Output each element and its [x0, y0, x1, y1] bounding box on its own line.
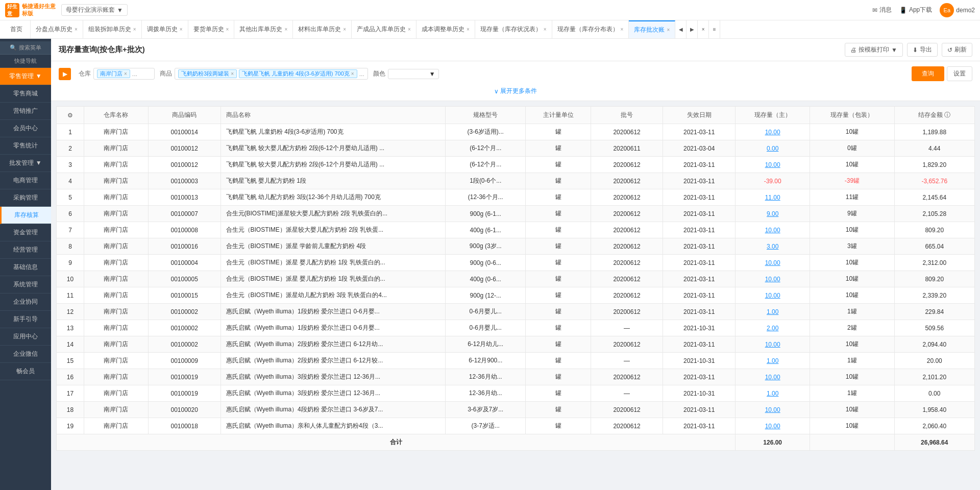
product-tag-2[interactable]: 飞鹤星飞帆 儿童奶粉 4段(3-6岁适用) 700克 × — [239, 69, 357, 78]
tab-chengBen[interactable]: 成本调整单历史 × — [416, 20, 475, 39]
close-tab-chengBen-icon[interactable]: × — [467, 27, 470, 32]
tab-fenPan[interactable]: 分盘点单历史 × — [31, 20, 83, 39]
tab-caiLiao[interactable]: 材料出库单历史 × — [293, 20, 352, 39]
sidebar-item-basic-info[interactable]: 基础信息 — [0, 259, 51, 276]
row-idx: 16 — [57, 369, 84, 385]
sidebar-item-retail-mgmt[interactable]: 零售管理 ▼ — [0, 68, 51, 85]
template-print-btn[interactable]: 🖨 按模板打印 ▼ — [845, 43, 903, 57]
row-warehouse: 南岸门店 — [84, 320, 149, 336]
sidebar-item-new-guide[interactable]: 新手引导 — [0, 311, 51, 328]
tab-kuCunPi[interactable]: 库存批次账 × — [629, 20, 675, 39]
row-qty-main[interactable]: 10.00 — [736, 369, 810, 385]
search-btn[interactable]: 查询 — [912, 66, 944, 81]
col-settings[interactable]: ⚙ — [57, 107, 84, 124]
app-download-btn[interactable]: 📱 App下载 — [899, 6, 932, 14]
row-qty-main[interactable]: 10.00 — [736, 157, 810, 173]
close-tab-xianCunFen-icon[interactable]: × — [621, 27, 624, 32]
tab-close-btn[interactable]: × — [698, 20, 709, 39]
close-tab-fenPan-icon[interactable]: × — [75, 27, 78, 32]
sidebar-item-retail-stats[interactable]: 零售统计 — [0, 137, 51, 155]
row-qty-main[interactable]: 10.00 — [736, 418, 810, 434]
sidebar-item-app-center[interactable]: 应用中心 — [0, 328, 51, 346]
tab-zuZhaiChai[interactable]: 组装拆卸单历史 × — [83, 20, 142, 39]
close-tab-tiaoZhu-icon[interactable]: × — [180, 27, 183, 32]
export-btn[interactable]: ⬇ 导出 — [907, 43, 938, 57]
sidebar-item-system[interactable]: 系统管理 — [0, 276, 51, 293]
row-qty-main[interactable]: 0.00 — [736, 140, 810, 157]
sidebar-item-operations[interactable]: 经营管理 — [0, 241, 51, 259]
warehouse-tag-group[interactable]: 南岸门店 × ... — [93, 68, 155, 80]
remove-warehouse-tag-icon[interactable]: × — [124, 71, 127, 77]
row-balance: 509.56 — [894, 320, 974, 336]
row-unit: 罐 — [526, 157, 591, 173]
row-qty-main[interactable]: -39.00 — [736, 173, 810, 189]
close-tab-kuCunPi-icon[interactable]: × — [667, 27, 670, 33]
tab-menu-btn[interactable]: ≡ — [709, 20, 720, 39]
row-qty-main[interactable]: 11.00 — [736, 189, 810, 206]
row-qty-main[interactable]: 10.00 — [736, 124, 810, 140]
company-select[interactable]: 母婴行业演示账套 ▼ — [61, 4, 128, 16]
row-qty-main[interactable]: 10.00 — [736, 255, 810, 271]
tab-xianCunZhuang[interactable]: 现存量（库存状况表） × — [475, 20, 552, 39]
color-tag-group[interactable]: ▼ — [388, 69, 439, 79]
tab-xianCunFen[interactable]: 现存量（库存分布表） × — [552, 20, 629, 39]
row-qty-main[interactable]: 10.00 — [736, 222, 810, 238]
messages-btn[interactable]: ✉ 消息 — [872, 6, 892, 14]
sidebar-item-enterprise-wx[interactable]: 企业微信 — [0, 346, 51, 363]
row-qty-main[interactable]: 3.00 — [736, 238, 810, 255]
col-code-header: 商品编码 — [148, 107, 220, 124]
tab-prev-btn[interactable]: ◀ — [675, 20, 687, 39]
row-balance: 2,339.20 — [894, 287, 974, 304]
row-qty-main[interactable]: 10.00 — [736, 271, 810, 287]
expand-more-btn[interactable]: ∨ 展开更多条件 — [494, 87, 537, 95]
tab-chanPin[interactable]: 产成品入库单历史 × — [352, 20, 416, 39]
sidebar-search[interactable]: 🔍 搜索英单 — [0, 41, 51, 55]
sidebar-item-inventory[interactable]: 库存核算 — [0, 207, 51, 224]
tab-qiTaChu[interactable]: 其他出库单历史 × — [234, 20, 293, 39]
sidebar-item-member2[interactable]: 畅会员 — [0, 363, 51, 380]
close-tab-qiTaChu-icon[interactable]: × — [284, 27, 287, 32]
row-name: 合生元(BIOSTIME)派星较大婴儿配方奶粉 2段 乳铁蛋白的... — [220, 206, 446, 222]
sidebar-item-member[interactable]: 会员中心 — [0, 120, 51, 137]
close-tab-chanPin-icon[interactable]: × — [408, 27, 411, 32]
product-tag-group[interactable]: 飞鹤奶粉3段两罐装 × 飞鹤星飞帆 儿童奶粉 4段(3-6岁适用) 700克 ×… — [175, 68, 368, 80]
expand-filter-btn[interactable]: ▶ — [59, 68, 71, 80]
sidebar-item-ecommerce[interactable]: 电商管理 — [0, 172, 51, 189]
close-tab-yaoHuo-icon[interactable]: × — [226, 27, 229, 32]
remove-product-tag2-icon[interactable]: × — [351, 71, 354, 77]
close-tab-xianCunZhuang-icon[interactable]: × — [544, 27, 547, 32]
refresh-btn[interactable]: ↺ 刷新 — [942, 43, 972, 57]
sidebar-item-retail-store[interactable]: 零售商城 — [0, 85, 51, 103]
sidebar-item-enterprise[interactable]: 企业协同 — [0, 293, 51, 311]
row-qty-main[interactable]: 1.00 — [736, 385, 810, 402]
tab-next-btn[interactable]: ▶ — [687, 20, 698, 39]
tab-tiaoZhu[interactable]: 调拨单历史 × — [142, 20, 188, 39]
tab-yaoHuo[interactable]: 要货单历史 × — [188, 20, 235, 39]
row-spec: 900g (0-6... — [446, 255, 526, 271]
row-qty-main[interactable]: 1.00 — [736, 304, 810, 320]
remove-product-tag1-icon[interactable]: × — [231, 71, 234, 77]
sidebar-shortcut[interactable]: 快捷导航 — [0, 55, 51, 68]
warehouse-more-icon[interactable]: ... — [132, 70, 137, 78]
row-qty-main[interactable]: 2.00 — [736, 320, 810, 336]
sidebar-item-purchase[interactable]: 采购管理 — [0, 189, 51, 207]
user-info[interactable]: Ea demo2 — [940, 3, 975, 17]
sidebar-item-marketing[interactable]: 营销推广 — [0, 103, 51, 120]
top-right-area: ✉ 消息 📱 App下载 Ea demo2 — [872, 3, 975, 17]
product-tag-1[interactable]: 飞鹤奶粉3段两罐装 × — [178, 69, 237, 78]
tab-bar: 首页 分盘点单历史 × 组装拆卸单历史 × 调拨单历史 × 要货单历史 × 其他… — [0, 20, 980, 39]
sidebar-item-finance[interactable]: 资金管理 — [0, 224, 51, 241]
warehouse-tag-nanAnMenDian[interactable]: 南岸门店 × — [97, 69, 130, 78]
close-tab-zuZhaiChai-icon[interactable]: × — [133, 27, 136, 32]
row-qty-main[interactable]: 10.00 — [736, 287, 810, 304]
row-qty-main[interactable]: 1.00 — [736, 353, 810, 369]
tab-home[interactable]: 首页 — [3, 20, 31, 39]
settings-btn[interactable]: 设置 — [947, 66, 972, 81]
close-tab-caiLiao-icon[interactable]: × — [343, 27, 346, 32]
row-qty-main[interactable]: 10.00 — [736, 336, 810, 353]
product-more-icon[interactable]: ... — [359, 70, 364, 78]
row-qty-main[interactable]: 9.00 — [736, 206, 810, 222]
sidebar-item-wholesale[interactable]: 批发管理 ▼ — [0, 155, 51, 172]
row-qty-main[interactable]: 10.00 — [736, 402, 810, 418]
row-batch: 20200612 — [591, 271, 663, 287]
